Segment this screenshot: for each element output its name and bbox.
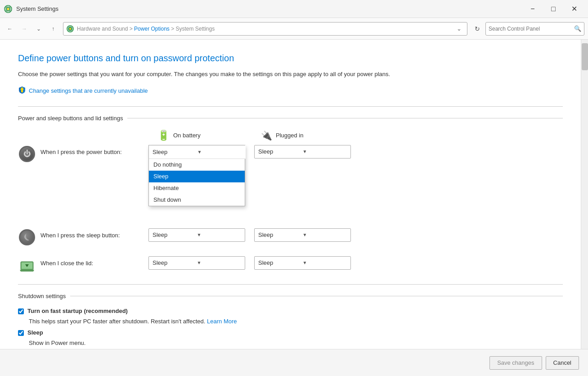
- close-lid-row: When I close the lid: Sleep ▼ Sleep ▼: [18, 256, 563, 274]
- sleep-button-label: When I press the sleep button:: [36, 228, 148, 239]
- cancel-button[interactable]: Cancel: [546, 356, 579, 370]
- window-controls: − □ ✕: [522, 2, 584, 16]
- title-bar: System Settings − □ ✕: [0, 0, 588, 18]
- svg-marker-10: [20, 270, 34, 272]
- maximize-button[interactable]: □: [543, 2, 564, 16]
- nav-bar: ← → ⌄ ↑ Hardware and Sound > Power Optio…: [0, 18, 588, 40]
- footer-bar: Save changes Cancel: [0, 349, 588, 376]
- breadcrumb-system-settings: System Settings: [176, 26, 215, 32]
- fast-startup-checkbox[interactable]: [18, 308, 24, 314]
- power-battery-dropdown-arrow: ▼: [197, 149, 242, 154]
- search-input[interactable]: [489, 26, 574, 32]
- power-battery-selected-value: Sleep: [153, 149, 197, 155]
- change-settings-link[interactable]: Change settings that are currently unava…: [29, 87, 148, 94]
- svg-point-5: [69, 28, 71, 30]
- main-wrapper: Define power buttons and turn on passwor…: [0, 40, 588, 376]
- col-header-battery: 🔋 On battery: [157, 130, 261, 141]
- power-plugged-dropdown[interactable]: Sleep ▼: [254, 145, 351, 159]
- power-battery-dropdown-open: Sleep ▼ Do nothing Sleep Hibernate Shut …: [148, 145, 245, 206]
- lid-plugged-value: Sleep: [258, 259, 303, 266]
- learn-more-link[interactable]: Learn More: [207, 318, 237, 325]
- shield-icon: [18, 86, 26, 95]
- sleep-button-icon: ⏾: [18, 228, 36, 246]
- sleep-button-row: ⏾ When I press the sleep button: Sleep ▼…: [18, 228, 563, 246]
- lid-battery-value: Sleep: [153, 259, 197, 266]
- sleep-battery-arrow: ▼: [197, 232, 242, 237]
- sleep-button-dropdowns: Sleep ▼ Sleep ▼: [148, 228, 351, 242]
- forward-button[interactable]: →: [18, 23, 31, 35]
- lid-battery-dropdown[interactable]: Sleep ▼: [148, 256, 245, 270]
- lid-plugged-dropdown-wrap: Sleep ▼: [254, 256, 351, 270]
- section-line-2: [70, 296, 563, 296]
- breadcrumb-power-options[interactable]: Power Options: [134, 26, 170, 32]
- sleep-battery-dropdown[interactable]: Sleep ▼: [148, 228, 245, 242]
- plug-icon: 🔌: [261, 130, 272, 141]
- change-settings-row: Change settings that are currently unava…: [18, 86, 563, 95]
- lid-battery-arrow: ▼: [197, 260, 242, 265]
- lid-battery-dropdown-wrap: Sleep ▼: [148, 256, 245, 270]
- svg-rect-7: [21, 90, 23, 92]
- scrollbar[interactable]: [581, 40, 588, 376]
- sleep-battery-value: Sleep: [153, 231, 197, 238]
- power-plugged-arrow: ▼: [303, 149, 347, 154]
- dropdown-option-shut-down[interactable]: Shut down: [149, 194, 245, 206]
- power-battery-dropdown-wrap: Sleep ▼ Do nothing Sleep Hibernate Shut …: [148, 145, 245, 159]
- fast-startup-row: Turn on fast startup (recommended): [18, 308, 563, 314]
- recent-locations-button[interactable]: ⌄: [32, 23, 45, 35]
- breadcrumb-separator-2: >: [171, 26, 175, 32]
- power-battery-dropdown-header[interactable]: Sleep ▼: [149, 145, 246, 159]
- section-line-1: [127, 118, 563, 118]
- shutdown-section-header: Shutdown settings: [18, 293, 563, 299]
- divider-1: [18, 106, 563, 107]
- sleep-checkbox-label[interactable]: Sleep: [27, 329, 43, 336]
- close-lid-icon: [18, 256, 36, 274]
- breadcrumb: Hardware and Sound > Power Options > Sys…: [77, 26, 453, 32]
- power-plugged-dropdown-wrap: Sleep ▼: [254, 145, 351, 159]
- fast-startup-label[interactable]: Turn on fast startup (recommended): [27, 308, 128, 314]
- battery-icon: 🔋: [157, 130, 170, 141]
- dropdown-option-sleep[interactable]: Sleep: [149, 171, 245, 182]
- close-lid-dropdowns: Sleep ▼ Sleep ▼: [148, 256, 351, 270]
- back-button[interactable]: ←: [4, 23, 16, 35]
- dropdown-option-hibernate[interactable]: Hibernate: [149, 182, 245, 194]
- power-sleep-section-label: Power and sleep buttons and lid settings: [18, 115, 123, 122]
- lid-plugged-arrow: ▼: [303, 260, 347, 265]
- sleep-battery-dropdown-wrap: Sleep ▼: [148, 228, 245, 242]
- sleep-plugged-value: Sleep: [258, 231, 303, 238]
- dropdown-option-do-nothing[interactable]: Do nothing: [149, 159, 245, 171]
- page-description: Choose the power settings that you want …: [18, 70, 409, 79]
- search-bar: 🔍: [485, 22, 584, 36]
- content-area: Define power buttons and turn on passwor…: [0, 40, 581, 376]
- address-icon: [66, 25, 74, 33]
- address-bar: Hardware and Sound > Power Options > Sys…: [63, 22, 467, 36]
- col-header-plugged: 🔌 Plugged in: [261, 130, 364, 141]
- breadcrumb-hardware[interactable]: Hardware and Sound: [77, 26, 128, 32]
- sleep-checkbox[interactable]: [18, 330, 24, 336]
- close-lid-label: When I close the lid:: [36, 256, 148, 267]
- minimize-button[interactable]: −: [522, 2, 543, 16]
- sleep-checkbox-row: Sleep: [18, 329, 563, 336]
- sleep-plugged-dropdown[interactable]: Sleep ▼: [254, 228, 351, 242]
- sleep-plugged-arrow: ▼: [303, 232, 347, 237]
- up-button[interactable]: ↑: [47, 23, 59, 35]
- address-dropdown-button[interactable]: ⌄: [453, 23, 464, 34]
- scrollbar-thumb[interactable]: [582, 43, 588, 70]
- power-plugged-value: Sleep: [258, 148, 303, 155]
- sleep-checkbox-desc: Show in Power menu.: [29, 340, 563, 346]
- refresh-button[interactable]: ↻: [471, 23, 484, 35]
- power-button-dropdowns: Sleep ▼ Do nothing Sleep Hibernate Shut …: [148, 145, 351, 159]
- sleep-plugged-dropdown-wrap: Sleep ▼: [254, 228, 351, 242]
- fast-startup-desc: This helps start your PC faster after sh…: [29, 318, 563, 325]
- search-submit-button[interactable]: 🔍: [574, 25, 581, 32]
- lid-plugged-dropdown[interactable]: Sleep ▼: [254, 256, 351, 270]
- power-sleep-section-header: Power and sleep buttons and lid settings: [18, 115, 563, 122]
- power-button-icon: ⏻: [18, 145, 36, 163]
- divider-2: [18, 284, 563, 285]
- col-battery-label: On battery: [173, 132, 201, 139]
- save-changes-button[interactable]: Save changes: [489, 356, 542, 370]
- app-icon: [4, 5, 13, 14]
- power-button-label: When I press the power button:: [36, 145, 148, 155]
- close-button[interactable]: ✕: [564, 2, 584, 16]
- page-title: Define power buttons and turn on passwor…: [18, 53, 563, 63]
- shutdown-section: Shutdown settings Turn on fast startup (…: [18, 293, 563, 346]
